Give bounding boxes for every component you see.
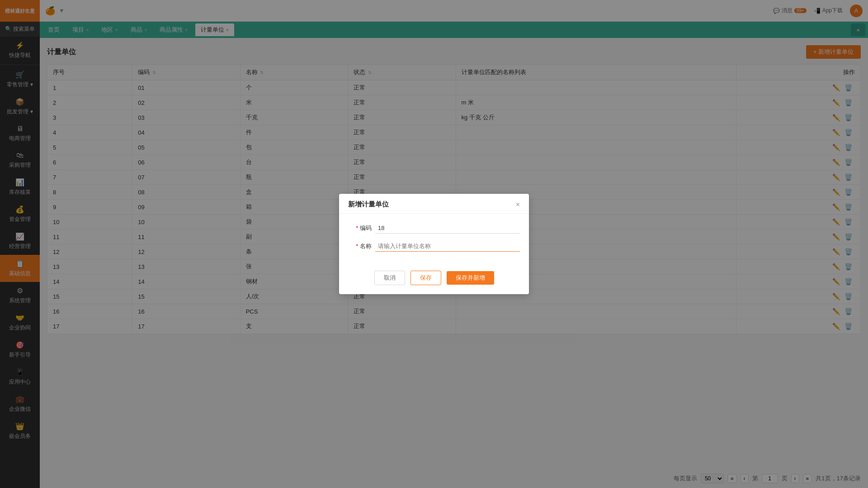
modal-title: 新增计量单位 bbox=[348, 200, 389, 209]
form-row-name: * 名称 bbox=[348, 241, 520, 252]
code-label: * 编码 bbox=[348, 224, 375, 232]
code-input[interactable] bbox=[375, 223, 520, 234]
name-input[interactable] bbox=[375, 241, 520, 252]
add-unit-modal: 新增计量单位 × * 编码 * 名称 取消 保存 保存并新增 bbox=[339, 194, 529, 294]
modal-footer: 取消 保存 保存并新增 bbox=[339, 266, 529, 294]
name-label: * 名称 bbox=[348, 242, 375, 250]
modal-close-btn[interactable]: × bbox=[516, 201, 520, 209]
modal-body: * 编码 * 名称 bbox=[339, 214, 529, 266]
modal-header: 新增计量单位 × bbox=[339, 194, 529, 214]
form-row-code: * 编码 bbox=[348, 223, 520, 234]
modal-overlay: 新增计量单位 × * 编码 * 名称 取消 保存 保存并新增 bbox=[0, 0, 868, 488]
save-button[interactable]: 保存 bbox=[410, 271, 441, 285]
required-mark: * bbox=[356, 225, 360, 231]
save-and-new-button[interactable]: 保存并新增 bbox=[447, 271, 494, 285]
required-mark: * bbox=[356, 243, 360, 249]
cancel-button[interactable]: 取消 bbox=[374, 271, 405, 285]
